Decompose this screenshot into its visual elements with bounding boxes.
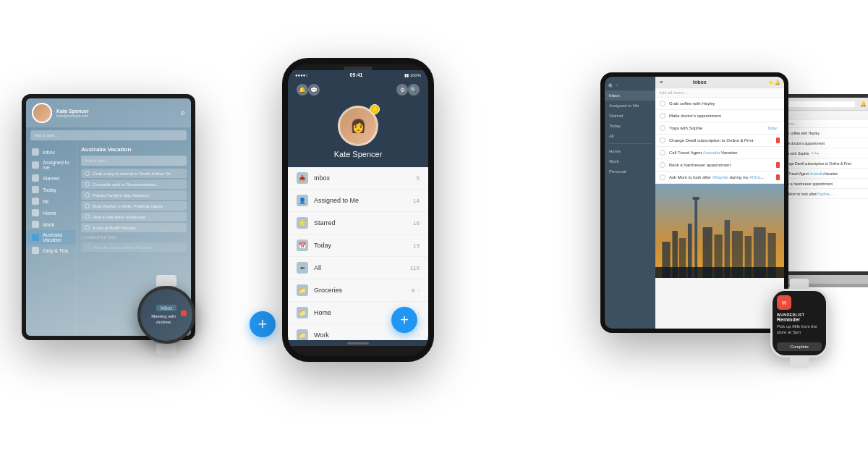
ipad-add-field[interactable]: Add all items... xyxy=(655,88,784,98)
ipad-task-3[interactable]: Yoga with Sophie Today xyxy=(655,122,784,135)
ipad-sidebar-assigned[interactable]: Assigned to Me xyxy=(605,101,655,111)
phone-search-icon[interactable]: 🔍 xyxy=(408,84,420,96)
ipad-sidebar-personal[interactable]: Personal xyxy=(605,166,655,177)
ipad-task-6[interactable]: Book a hairdresser appointment xyxy=(655,159,784,172)
avatar-small xyxy=(32,103,52,123)
sidebar-inbox[interactable]: Inbox xyxy=(26,146,76,158)
ipad-sidebar-home[interactable]: Home xyxy=(605,146,655,156)
sidebar-australia[interactable]: Australia Vacation xyxy=(26,230,76,245)
completed-label: 1 COMPLETED TASK xyxy=(81,235,187,240)
apple-watch: W WUNDERLIST Reminder Pick up Milk from … xyxy=(770,279,828,368)
fab-left[interactable]: + xyxy=(250,311,276,337)
watch-inbox-label: Inbox xyxy=(156,305,176,311)
phone-menu-groceries[interactable]: 📁 Groceries 9 › xyxy=(288,279,428,302)
ipad-sidebar-work[interactable]: Work xyxy=(605,156,655,166)
svg-text:W: W xyxy=(782,300,787,305)
scene: Kate Spencer kate@example.com ⚙ Add a ta… xyxy=(0,0,868,461)
tablet-left-username: Kate Spencer xyxy=(56,109,89,114)
ipad-sidebar-inbox[interactable]: Inbox xyxy=(605,90,655,101)
phone-username: Kate Spencer xyxy=(334,150,383,158)
svg-rect-6 xyxy=(693,197,699,200)
ipad-right: 🔍= Inbox Assigned to Me Starred Today Al… xyxy=(600,72,788,333)
search-placeholder: Add a task... xyxy=(34,133,58,138)
ipad-task-4[interactable]: Change Dwell subscription to Online & Pr… xyxy=(655,135,784,147)
phone-menu-assigned[interactable]: 👤 Assigned to Me 14 xyxy=(288,190,428,212)
watch-reminder-title: Reminder xyxy=(777,317,822,322)
phone-star-badge: ⭐ xyxy=(370,104,380,114)
assigned-icon: 👤 xyxy=(297,195,308,206)
iphone-center: ●●●●○ 09:41 ▮▮ 100% 🔔 💬 ⚙ 🔍 👩 ⭐ xyxy=(282,58,434,362)
phone-time: 09:41 xyxy=(350,72,363,77)
star-icon: ⭐ xyxy=(297,217,308,229)
ipad-sidebar-today[interactable]: Today xyxy=(605,121,655,131)
phone-menu-all[interactable]: ∞ All 119 xyxy=(288,257,428,279)
ipad-main: ≡ Inbox ⭐ 🔔 Add all items... Grab coffee… xyxy=(655,77,784,329)
sidebar-girly[interactable]: Girly & Tick xyxy=(26,245,76,256)
ipad-task-5[interactable]: Call Travel Agent Australia Vacation xyxy=(655,147,784,159)
tablet-left-search[interactable]: Add a task... xyxy=(30,130,187,140)
svg-rect-5 xyxy=(694,198,697,278)
phone-bell-icon[interactable]: 🔔 xyxy=(297,84,308,96)
sidebar-assigned[interactable]: Assigned to me xyxy=(26,158,76,172)
folder-home-icon: 📁 xyxy=(297,307,308,318)
ipad-task-1[interactable]: Grab coffee with Hayley xyxy=(655,98,784,110)
watch-reminder-message: Pick up Milk from the store at 5pm xyxy=(777,323,822,342)
ipad-task-7[interactable]: Ask Mom to look after #Sophie during my … xyxy=(655,172,784,184)
chevron-right-work-icon: › xyxy=(417,332,420,339)
phone-gear-icon[interactable]: ⚙ xyxy=(396,84,408,96)
ipad-sidebar-all[interactable]: All xyxy=(605,131,655,141)
sidebar-starred[interactable]: Starred xyxy=(26,172,76,184)
phone-chat-icon[interactable]: 💬 xyxy=(308,84,320,96)
work-label: Work xyxy=(314,331,414,339)
folder-work-icon: 📁 xyxy=(297,329,308,340)
watch-app-icon: W xyxy=(777,295,791,310)
sidebar-home[interactable]: Home xyxy=(26,207,76,219)
sidebar-work[interactable]: Work xyxy=(26,219,76,230)
today-icon: 📅 xyxy=(297,240,308,251)
sidebar-all[interactable]: All xyxy=(26,195,76,207)
watch-complete-button[interactable]: Complete xyxy=(777,342,822,351)
chevron-right-icon: › xyxy=(417,287,420,294)
all-icon: ∞ xyxy=(297,262,308,274)
phone-menu-today[interactable]: 📅 Today 13 xyxy=(288,234,428,257)
ipad-main-header: ≡ Inbox ⭐ 🔔 xyxy=(655,77,784,88)
tablet-left-email: kate@example.com xyxy=(56,114,89,118)
folder-icon: 📁 xyxy=(297,284,308,296)
ipad-task-2[interactable]: Make doctor's appointment xyxy=(655,110,784,122)
chevron-right-home-icon: › xyxy=(417,310,420,316)
phone-fab[interactable]: + xyxy=(391,307,417,333)
ipad-city-image xyxy=(655,184,784,278)
sidebar-today[interactable]: Today xyxy=(26,184,76,195)
ipad-sidebar: 🔍= Inbox Assigned to Me Starred Today Al… xyxy=(605,77,655,329)
phone-menu-starred[interactable]: ⭐ Starred 16 xyxy=(288,212,428,234)
svg-rect-14 xyxy=(655,267,784,278)
inbox-icon: 📥 xyxy=(297,172,308,184)
watch-task: Meeting with Andrew xyxy=(146,313,181,326)
android-watch: Inbox Meeting with Andrew xyxy=(134,275,199,347)
assigned-label: Assigned to Me xyxy=(314,197,413,204)
phone-menu-inbox[interactable]: 📥 Inbox 5 xyxy=(288,167,428,190)
ipad-sidebar-starred[interactable]: Starred xyxy=(605,111,655,121)
